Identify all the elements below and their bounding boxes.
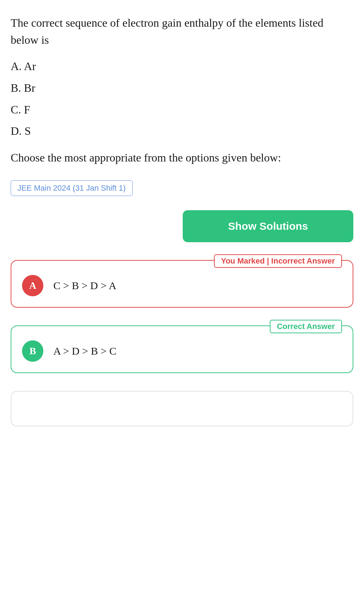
question-container: The correct sequence of electron gain en… [11,14,353,166]
option-b: B. Br [11,77,353,99]
option-d: D. S [11,120,353,142]
correct-option-circle: B [22,340,43,362]
question-text: The correct sequence of electron gain en… [11,14,353,48]
correct-answer-label: Correct Answer [270,320,342,333]
correct-answer-row: B A > D > B > C [22,337,342,362]
instruction-text: Choose the most appropriate from the opt… [11,149,353,166]
incorrect-answer-expression: C > B > D > A [53,280,116,292]
incorrect-answer-card: You Marked | Incorrect Answer A C > B > … [11,260,353,308]
show-solutions-button[interactable]: Show Solutions [183,210,353,242]
incorrect-answer-row: A C > B > D > A [22,271,342,296]
exam-tag-badge: JEE Main 2024 (31 Jan Shift 1) [11,180,133,196]
bottom-section-card [11,391,353,426]
option-c: C. F [11,99,353,121]
option-a: A. Ar [11,55,353,77]
incorrect-answer-label: You Marked | Incorrect Answer [214,254,342,268]
correct-answer-card: Correct Answer B A > D > B > C [11,325,353,373]
tag-container: JEE Main 2024 (31 Jan Shift 1) [11,177,353,210]
options-list: A. Ar B. Br C. F D. S [11,55,353,142]
incorrect-option-circle: A [22,275,43,296]
correct-answer-expression: A > D > B > C [53,345,116,357]
